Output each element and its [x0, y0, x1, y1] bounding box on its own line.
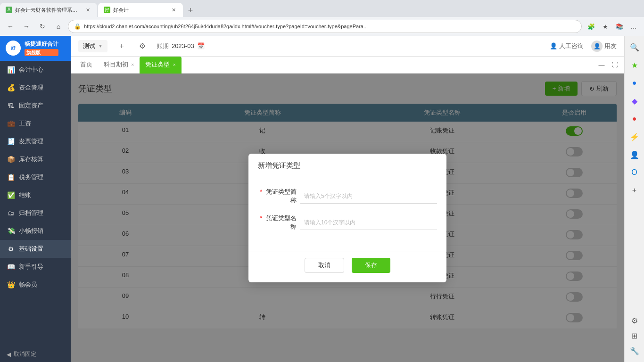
sidebar-item-capital[interactable]: 💰 资金管理 [0, 79, 71, 97]
sidebar-item-label-fixed-assets: 固定资产 [19, 101, 43, 110]
logo-text: 畅捷通好合计 旗舰版 [25, 41, 58, 56]
sidebar-item-checkout[interactable]: ✅ 结账 [0, 186, 71, 204]
membership-icon: 👑 [7, 280, 15, 289]
form-item-abbr: * 凭证类型简称 [258, 188, 437, 205]
add-workspace-button[interactable]: + [115, 40, 128, 53]
sidebar-item-tax[interactable]: 📋 税务管理 [0, 168, 71, 186]
browser-tab-2[interactable]: 好 好会计 ✕ [98, 3, 183, 17]
unpin-button[interactable]: ◀ 取消固定 [0, 346, 71, 362]
save-button[interactable]: 保存 [352, 258, 390, 273]
tab-home-label: 首页 [80, 60, 92, 69]
new-voucher-modal: 新增凭证类型 * 凭证类型简称 * [248, 154, 446, 282]
consult-icon: 👤 [550, 42, 557, 49]
logo-icon: 好 [6, 41, 21, 56]
sidebar-item-guide[interactable]: 📖 新手引导 [0, 258, 71, 276]
right-panel-bottom: ⚙ ⊞ 🔧 [627, 313, 642, 358]
sidebar-item-settings[interactable]: ⚙ 基础设置 [0, 240, 71, 258]
period-calendar-icon[interactable]: 📅 [197, 42, 205, 49]
maximize-tab-button[interactable]: ⛶ [609, 59, 620, 71]
sidebar-item-label-checkout: 结账 [19, 191, 31, 199]
modal-header: 新增凭证类型 [248, 154, 446, 176]
modal-footer: 取消 保存 [248, 252, 446, 282]
settings-header-button[interactable]: ⚙ [136, 40, 149, 53]
tab-title-1: 好会计云财务软件管理系统_会计 [15, 7, 81, 14]
sidebar-item-label-capital: 资金管理 [19, 83, 43, 92]
right-blue-button[interactable]: ● [627, 75, 642, 90]
sidebar-item-salary[interactable]: 💼 工资 [0, 115, 71, 132]
reload-button[interactable]: ↻ [36, 20, 49, 33]
sidebar-item-fixed-assets[interactable]: 🏗 固定资产 [0, 97, 71, 115]
cancel-button[interactable]: 取消 [305, 258, 344, 273]
tab-close-1[interactable]: ✕ [84, 6, 91, 14]
consult-label: 人工咨询 [559, 42, 584, 50]
sidebar-item-archive[interactable]: 🗂 归档管理 [0, 204, 71, 222]
sidebar-item-invoice[interactable]: 🧾 发票管理 [0, 132, 71, 150]
browser-tab-1[interactable]: A 好会计云财务软件管理系统_会计 ✕ [0, 3, 97, 17]
form-label-abbr: * 凭证类型简称 [258, 188, 300, 205]
inventory-icon: 📦 [7, 155, 15, 164]
sidebar-item-label-salary: 工资 [19, 119, 31, 128]
tab-voucher-type-close[interactable]: × [173, 62, 175, 67]
right-search-button[interactable]: 🔍 [627, 40, 642, 55]
consult-button[interactable]: 👤 人工咨询 [550, 42, 584, 50]
tab-home[interactable]: 首页 [74, 57, 98, 74]
period-label: 账期 [157, 42, 169, 50]
page-tabs: 首页 科目期初 × 凭证类型 × — ⛶ [71, 57, 624, 74]
home-button[interactable]: ⌂ [52, 20, 65, 33]
sidebar-item-dashboard[interactable]: 📊 会计中心 [0, 61, 71, 79]
form-item-name: * 凭证类型名称 [258, 214, 437, 231]
fixed-assets-icon: 🏗 [7, 101, 15, 110]
user-label: 用友 [604, 42, 617, 50]
tab-subjects[interactable]: 科目期初 × [98, 57, 140, 74]
sidebar-item-label-dashboard: 会计中心 [19, 66, 43, 74]
sidebar-item-label-tax: 税务管理 [19, 173, 43, 181]
tab-subjects-close[interactable]: × [131, 62, 134, 67]
tab-actions: — ⛶ [596, 59, 620, 71]
sidebar-item-membership[interactable]: 👑 畅会员 [0, 276, 71, 294]
modal-title: 新增凭证类型 [258, 161, 300, 169]
account-period: 账期 2023-03 📅 [157, 42, 205, 50]
address-bar[interactable]: 🔒 https://cloud2.chanjet.com/accounting/… [68, 20, 582, 33]
right-lightning-button[interactable]: ⚡ [627, 129, 642, 144]
period-value: 2023-03 [172, 42, 194, 49]
capital-icon: 💰 [7, 83, 15, 92]
right-green-button[interactable]: 👤 [627, 147, 642, 162]
right-star-button[interactable]: ★ [627, 58, 642, 73]
sidebar-item-expense[interactable]: 💸 小畅报销 [0, 222, 71, 240]
minimize-tab-button[interactable]: — [596, 59, 607, 71]
modal-body: * 凭证类型简称 * 凭证类型名称 [248, 176, 446, 252]
right-outlook-button[interactable]: O [627, 165, 642, 180]
abbr-input[interactable] [300, 189, 437, 204]
favorites-btn[interactable]: ★ [599, 20, 612, 33]
name-input[interactable] [300, 215, 437, 230]
forward-button[interactable]: → [20, 20, 33, 33]
lock-icon: 🔒 [74, 23, 81, 30]
form-label-name: * 凭证类型名称 [258, 214, 300, 231]
extensions-btn[interactable]: 🧩 [585, 20, 598, 33]
archive-icon: 🗂 [7, 209, 15, 217]
collections-btn[interactable]: 📚 [613, 20, 626, 33]
workspace-selector[interactable]: 测试 ▼ [78, 40, 107, 52]
new-tab-button[interactable]: + [184, 4, 197, 17]
user-button[interactable]: 👤 用友 [591, 41, 617, 52]
right-add-button[interactable]: + [627, 183, 642, 198]
right-settings-button[interactable]: ⚙ [627, 313, 642, 328]
sidebar-item-inventory[interactable]: 📦 库存核算 [0, 150, 71, 168]
content-area: 凭证类型 + 新增 ↻ 刷新 编码 凭证类型简称 凭证类型名称 是否启用 [71, 74, 624, 362]
right-purple-button[interactable]: ◆ [627, 93, 642, 108]
settings-btn[interactable]: … [627, 20, 640, 33]
sidebar: 好 畅捷通好合计 旗舰版 📊 会计中心 💰 资金管理 🏗 固定资产 💼 工资 [0, 36, 71, 362]
header-right: 👤 人工咨询 👤 用友 [550, 41, 617, 52]
user-avatar: 👤 [591, 41, 603, 52]
required-mark-abbr: * [260, 188, 262, 195]
required-mark-name: * [260, 214, 262, 222]
right-grid-button[interactable]: ⊞ [627, 328, 642, 343]
right-gear-button[interactable]: 🔧 [627, 343, 642, 358]
settings-icon: ⚙ [7, 245, 15, 253]
expense-icon: 💸 [7, 227, 15, 235]
right-red-button[interactable]: ● [627, 111, 642, 126]
sidebar-item-label-inventory: 库存核算 [19, 155, 43, 164]
tab-close-2[interactable]: ✕ [170, 6, 177, 14]
tab-voucher-type[interactable]: 凭证类型 × [140, 57, 181, 74]
back-button[interactable]: ← [4, 20, 17, 33]
